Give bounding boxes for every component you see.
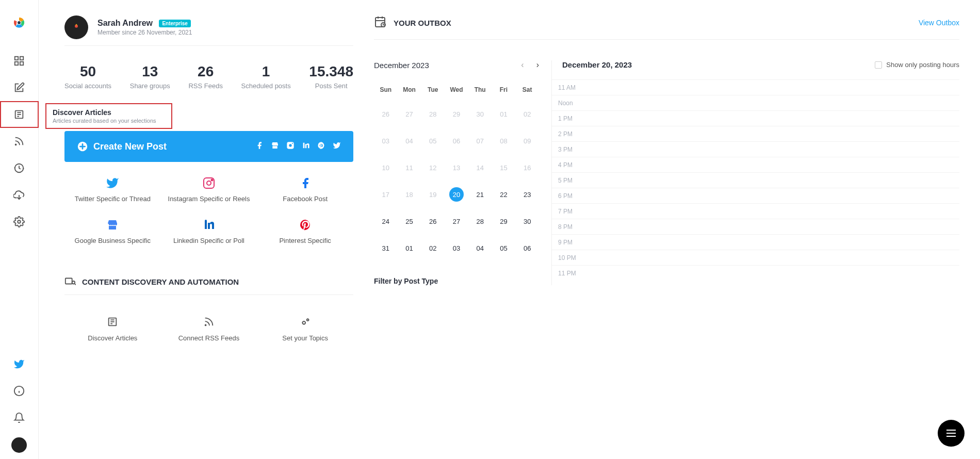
nav-articles[interactable] <box>0 101 39 128</box>
calendar-day[interactable]: 30 <box>468 101 492 127</box>
calendar-day[interactable]: 16 <box>515 154 539 181</box>
hour-label: 9 PM <box>552 239 583 246</box>
calendar-day[interactable]: 13 <box>445 154 468 181</box>
set-topics-button[interactable]: Set your Topics <box>257 316 353 342</box>
nav-twitter[interactable] <box>0 351 39 378</box>
post-twitter[interactable]: Twitter Specific or Thread <box>64 176 161 203</box>
hour-row[interactable]: 11 AM <box>552 79 959 95</box>
hour-row[interactable]: 9 PM <box>552 234 959 250</box>
calendar-day[interactable]: 29 <box>492 208 516 235</box>
instagram-icon[interactable] <box>286 141 295 152</box>
facebook-icon[interactable] <box>255 141 264 152</box>
pinterest-icon[interactable] <box>317 141 325 152</box>
view-outbox-link[interactable]: View Outbox <box>919 19 959 27</box>
calendar-day[interactable]: 10 <box>374 154 398 181</box>
calendar-day[interactable]: 27 <box>445 208 468 235</box>
nav-settings[interactable] <box>0 208 39 235</box>
calendar-day[interactable]: 02 <box>515 101 539 127</box>
post-google-business[interactable]: Google Business Specific <box>64 218 161 244</box>
fab-menu-button[interactable] <box>938 420 965 447</box>
hour-row[interactable]: 2 PM <box>552 126 959 141</box>
calendar-day[interactable]: 18 <box>398 181 421 208</box>
google-business-icon[interactable] <box>271 141 279 152</box>
calendar-day[interactable]: 03 <box>445 235 468 261</box>
stat-label: RSS Feeds <box>188 82 222 90</box>
calendar-day[interactable]: 08 <box>492 127 516 154</box>
discovery-icon <box>64 275 76 288</box>
svg-rect-4 <box>20 62 23 65</box>
nav-avatar[interactable] <box>11 437 27 453</box>
calendar-day[interactable]: 24 <box>374 208 398 235</box>
twitter-icon[interactable] <box>333 141 341 152</box>
stat-item: 50Social accounts <box>64 63 111 90</box>
calendar-day[interactable]: 06 <box>445 127 468 154</box>
post-label: Pinterest Specific <box>257 237 353 244</box>
svg-point-0 <box>18 21 21 24</box>
calendar-day[interactable]: 06 <box>515 235 539 261</box>
hour-row[interactable]: 8 PM <box>552 219 959 234</box>
hour-row[interactable]: 6 PM <box>552 188 959 203</box>
calendar-day[interactable]: 26 <box>421 208 445 235</box>
nav-dashboard[interactable] <box>0 47 39 74</box>
calendar-day[interactable]: 29 <box>445 101 468 127</box>
post-pinterest[interactable]: Pinterest Specific <box>257 218 353 244</box>
discover-articles-button[interactable]: Discover Articles <box>64 316 161 342</box>
calendar-day[interactable]: 14 <box>468 154 492 181</box>
nav-compose[interactable] <box>0 74 39 101</box>
stat-label: Social accounts <box>64 82 111 90</box>
calendar-day[interactable]: 09 <box>515 127 539 154</box>
calendar-day[interactable]: 07 <box>468 127 492 154</box>
post-facebook[interactable]: Facebook Post <box>257 176 353 203</box>
calendar-day[interactable]: 01 <box>398 235 421 261</box>
calendar-day[interactable]: 28 <box>468 208 492 235</box>
calendar-day[interactable]: 23 <box>515 181 539 208</box>
calendar-day[interactable]: 27 <box>398 101 421 127</box>
calendar-day[interactable]: 02 <box>421 235 445 261</box>
calendar-day[interactable]: 04 <box>468 235 492 261</box>
calendar-day[interactable]: 05 <box>492 235 516 261</box>
calendar-day[interactable]: 03 <box>374 127 398 154</box>
create-new-post-button[interactable]: Create New Post <box>77 141 167 152</box>
calendar-day[interactable]: 04 <box>398 127 421 154</box>
calendar-day[interactable]: 12 <box>421 154 445 181</box>
show-posting-hours-toggle[interactable]: Show only posting hours <box>875 61 959 69</box>
calendar-day[interactable]: 19 <box>421 181 445 208</box>
nav-automation[interactable] <box>0 155 39 182</box>
calendar-day[interactable]: 26 <box>374 101 398 127</box>
calendar-day[interactable]: 21 <box>468 181 492 208</box>
svg-point-32 <box>302 321 305 324</box>
outbox-header: YOUR OUTBOX View Outbox <box>374 15 959 30</box>
hour-row[interactable]: Noon <box>552 95 959 110</box>
calendar-day[interactable]: 05 <box>421 127 445 154</box>
calendar-day[interactable]: 25 <box>398 208 421 235</box>
post-instagram[interactable]: Instagram Specific or Reels <box>161 176 257 203</box>
hour-row[interactable]: 7 PM <box>552 203 959 219</box>
hour-row[interactable]: 11 PM <box>552 265 959 281</box>
nav-rss[interactable] <box>0 128 39 155</box>
nav-download[interactable] <box>0 182 39 208</box>
calendar-day[interactable]: 31 <box>374 235 398 261</box>
nav-notifications[interactable] <box>0 404 39 431</box>
calendar-day[interactable]: 20 <box>445 181 468 208</box>
hour-row[interactable]: 5 PM <box>552 172 959 188</box>
calendar-day[interactable]: 28 <box>421 101 445 127</box>
svg-line-26 <box>75 284 76 285</box>
next-month-button[interactable]: › <box>536 60 539 70</box>
weekday-header: Mon <box>398 86 421 101</box>
hour-row[interactable]: 4 PM <box>552 157 959 172</box>
hour-row[interactable]: 3 PM <box>552 141 959 157</box>
svg-point-21 <box>207 181 211 185</box>
calendar-day[interactable]: 15 <box>492 154 516 181</box>
calendar-day[interactable]: 17 <box>374 181 398 208</box>
calendar-day[interactable]: 01 <box>492 101 516 127</box>
connect-rss-button[interactable]: Connect RSS Feeds <box>161 316 257 342</box>
calendar-day[interactable]: 30 <box>515 208 539 235</box>
linkedin-icon[interactable] <box>302 141 310 152</box>
prev-month-button[interactable]: ‹ <box>521 60 524 70</box>
calendar-day[interactable]: 22 <box>492 181 516 208</box>
calendar-day[interactable]: 11 <box>398 154 421 181</box>
hour-row[interactable]: 1 PM <box>552 110 959 126</box>
hour-row[interactable]: 10 PM <box>552 250 959 265</box>
post-linkedin[interactable]: Linkedin Specific or Poll <box>161 218 257 244</box>
nav-info[interactable] <box>0 378 39 404</box>
